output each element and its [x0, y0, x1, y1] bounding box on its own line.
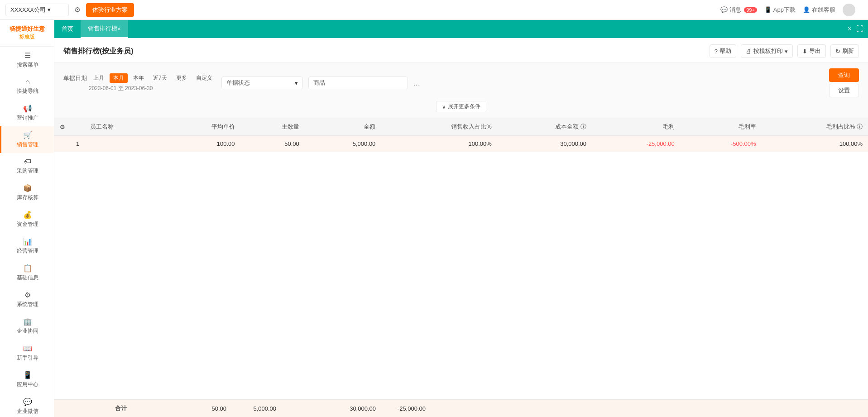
app-download-group[interactable]: 📱 App下载 — [764, 6, 796, 14]
tab-bar-end: × ⛶ — [843, 25, 868, 33]
dropdown-icon: ▾ — [48, 6, 51, 13]
more-filter-icon[interactable]: ... — [413, 78, 420, 88]
col-profit-pct: 毛利占比% ⓘ — [762, 118, 868, 136]
date-filter-group: 单据日期 上月 本月 本年 近7天 更多 自定义 2023 — [63, 73, 216, 92]
system-icon: ⚙ — [24, 291, 31, 299]
cell-cost: 30,000.00 — [497, 136, 592, 152]
avatar[interactable] — [843, 4, 855, 16]
sidebar-item-sales[interactable]: 🛒 销售管理 — [0, 126, 54, 153]
tab-home[interactable]: 首页 — [54, 20, 81, 38]
goods-filter-label: 商品 — [313, 79, 325, 87]
status-filter-label: 单据状态 — [226, 79, 250, 87]
tab-sales-ranking[interactable]: 销售排行榜 × — [81, 20, 128, 38]
data-table: ⚙ 员工名称 平均单价 主数量 全额 销售收入占比% 成本全额 ⓘ 毛利 毛利率 — [54, 118, 868, 152]
col-cost: 成本全额 ⓘ — [497, 118, 592, 136]
goods-filter[interactable]: 商品 — [308, 77, 408, 89]
col-rank — [71, 118, 85, 136]
enterprise-icon: 🏢 — [23, 317, 32, 326]
col-employee: 员工名称 — [85, 118, 163, 136]
filter-area: 单据日期 上月 本月 本年 近7天 更多 自定义 2023 — [54, 63, 868, 118]
settings-icon[interactable]: ⚙ — [72, 4, 82, 16]
sidebar-item-label: 基础信息 — [17, 274, 38, 282]
sidebar-item-enterprise[interactable]: 🏢 企业协同 — [0, 313, 54, 340]
date-tab-current-month[interactable]: 本月 — [110, 73, 128, 83]
date-tab-current-year[interactable]: 本年 — [129, 73, 148, 83]
basic-info-icon: 📋 — [23, 264, 32, 273]
expand-icon: ∨ — [442, 104, 446, 110]
sidebar: 畅捷通好生意 标准版 ☰ 搜索菜单 ⌂ 快捷导航 📢 营销推广 � — [0, 20, 54, 417]
brand-name: 畅捷通好生意 标准版 — [4, 25, 50, 41]
refresh-button[interactable]: ↻ 刷新 — [830, 44, 859, 58]
sidebar-item-app-center[interactable]: 📱 应用中心 — [0, 366, 54, 393]
sidebar-item-label: 库存核算 — [17, 194, 38, 201]
goods-filter-input[interactable] — [327, 80, 403, 86]
sidebar-item-quick-nav[interactable]: ⌂ 快捷导航 — [0, 73, 54, 100]
tab-end-close-icon[interactable]: × — [848, 25, 852, 33]
sidebar-item-label: 企业微信 — [17, 407, 38, 415]
sidebar-item-operations[interactable]: 📊 经营管理 — [0, 233, 54, 259]
operations-icon: 📊 — [23, 237, 32, 246]
top-bar-right: 💬 消息 99+ 📱 App下载 👤 在线客服 — [720, 4, 863, 16]
table-body: 1 100.00 50.00 5,000.00 100.00% 30,000.0… — [54, 136, 868, 152]
online-service-label: 在线客服 — [812, 6, 835, 14]
date-tab-more[interactable]: 更多 — [173, 73, 191, 83]
app-download-label: App下载 — [773, 6, 796, 14]
date-tab-custom[interactable]: 自定义 — [192, 73, 216, 83]
date-tab-last-month[interactable]: 上月 — [90, 73, 108, 83]
main-area: 畅捷通好生意 标准版 ☰ 搜索菜单 ⌂ 快捷导航 📢 营销推广 � — [0, 20, 868, 417]
company-selector[interactable]: XXXXXX公司 ▾ — [5, 4, 69, 16]
query-section: 查询 设置 — [829, 68, 859, 97]
col-gear[interactable]: ⚙ — [54, 118, 71, 136]
query-button[interactable]: 查询 — [829, 68, 859, 82]
tab-end-expand-icon[interactable]: ⛶ — [856, 25, 863, 33]
online-service-group[interactable]: 👤 在线客服 — [803, 6, 835, 14]
cell-profit: -25,000.00 — [592, 136, 680, 152]
refresh-icon: ↻ — [835, 48, 840, 55]
content-area: 首页 销售排行榜 × × ⛶ 销售排行榜(按业务员) — [54, 20, 868, 417]
date-tabs: 上月 本月 本年 近7天 更多 自定义 — [90, 73, 216, 83]
status-filter[interactable]: 单据状态 ▾ — [221, 77, 303, 89]
cell-profit-pct: 100.00% — [762, 136, 868, 152]
sidebar-item-finance[interactable]: 💰 资金管理 — [0, 206, 54, 233]
message-group[interactable]: 💬 消息 99+ — [720, 6, 757, 14]
expand-btn[interactable]: ∨ 展开更多条件 — [436, 101, 486, 112]
sidebar-item-basic-info[interactable]: 📋 基础信息 — [0, 259, 54, 286]
sidebar-item-label: 应用中心 — [17, 381, 38, 388]
quick-nav-icon: ⌂ — [25, 78, 30, 86]
footer-amount: 5,000.00 — [232, 405, 282, 412]
settings-button[interactable]: 设置 — [829, 84, 859, 97]
trial-button[interactable]: 体验行业方案 — [86, 3, 134, 17]
page-content: 销售排行榜(按业务员) ? 帮助 🖨 按模板打印 ▾ ⬇ — [54, 38, 868, 417]
sidebar-item-enterprise-wechat[interactable]: 💬 企业微信 — [0, 393, 54, 417]
enterprise-wechat-icon: 💬 — [23, 398, 32, 406]
cell-sales-pct: 100.00% — [381, 136, 497, 152]
page-header-actions: ? 帮助 🖨 按模板打印 ▾ ⬇ 导出 ↻ — [710, 44, 859, 58]
cell-profit-rate: -500.00% — [680, 136, 762, 152]
sidebar-item-label: 新手引导 — [17, 354, 38, 362]
export-icon: ⬇ — [802, 48, 807, 55]
help-icon: ? — [715, 48, 718, 55]
print-button[interactable]: 🖨 按模板打印 ▾ — [741, 44, 793, 58]
sidebar-item-inventory[interactable]: 📦 库存核算 — [0, 179, 54, 206]
service-icon: 👤 — [803, 6, 810, 13]
filter-row-1: 单据日期 上月 本月 本年 近7天 更多 自定义 2023 — [63, 68, 859, 97]
export-button[interactable]: ⬇ 导出 — [797, 44, 826, 58]
table-header-row: ⚙ 员工名称 平均单价 主数量 全额 销售收入占比% 成本全额 ⓘ 毛利 毛利率 — [54, 118, 868, 136]
sidebar-item-system[interactable]: ⚙ 系统管理 — [0, 286, 54, 313]
cell-amount: 5,000.00 — [305, 136, 381, 152]
message-icon: 💬 — [720, 6, 728, 13]
page-header: 销售排行榜(按业务员) ? 帮助 🖨 按模板打印 ▾ ⬇ — [54, 38, 868, 63]
top-bar: XXXXXX公司 ▾ ⚙ 体验行业方案 💬 消息 99+ 📱 App下载 👤 在… — [0, 0, 868, 20]
sidebar-item-marketing[interactable]: 📢 营销推广 — [0, 100, 54, 126]
footer-label: 合计 — [110, 404, 146, 412]
col-avg-price: 平均单价 — [163, 118, 240, 136]
help-button[interactable]: ? 帮助 — [710, 44, 736, 58]
sidebar-item-search-orders[interactable]: ☰ 搜索菜单 — [0, 47, 54, 73]
search-orders-icon: ☰ — [24, 51, 31, 60]
sidebar-item-purchase[interactable]: 🏷 采购管理 — [0, 153, 54, 179]
cell-qty: 50.00 — [240, 136, 305, 152]
sidebar-item-guide[interactable]: 📖 新手引导 — [0, 340, 54, 366]
tab-close-icon[interactable]: × — [117, 25, 121, 32]
date-tab-7days[interactable]: 近7天 — [149, 73, 171, 83]
cell-avg-price: 100.00 — [163, 136, 240, 152]
